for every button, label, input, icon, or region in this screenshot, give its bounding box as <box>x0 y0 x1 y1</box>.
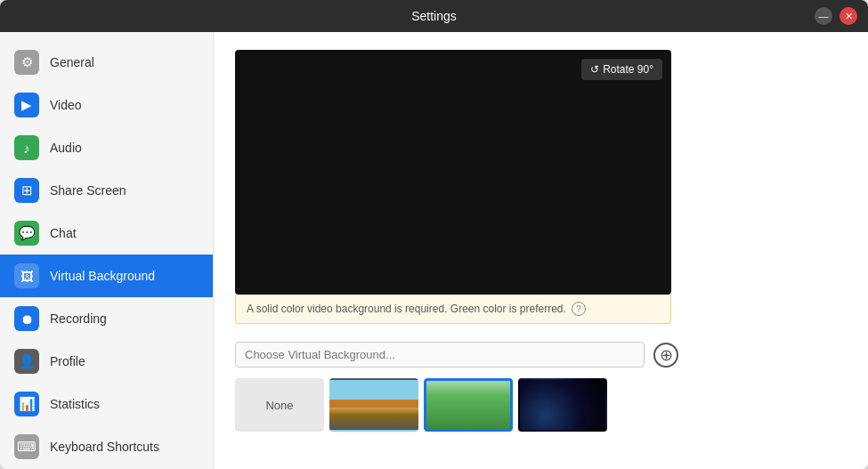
sidebar-item-keyboard-shortcuts[interactable]: ⌨Keyboard Shortcuts <box>0 425 213 468</box>
recording-label: Recording <box>50 311 107 326</box>
sidebar-item-recording[interactable]: ⏺Recording <box>0 297 213 340</box>
sidebar-item-profile[interactable]: 👤Profile <box>0 340 213 383</box>
video-label: Video <box>50 98 82 112</box>
sidebar-item-audio[interactable]: ♪Audio <box>0 126 213 169</box>
rotate-icon: ↺ <box>590 63 599 76</box>
profile-icon: 👤 <box>14 349 39 374</box>
warning-text: A solid color video background is requir… <box>247 303 566 315</box>
sidebar-item-share-screen[interactable]: ⊞Share Screen <box>0 169 213 212</box>
titlebar: Settings — ✕ <box>0 0 868 32</box>
audio-icon: ♪ <box>14 135 39 160</box>
video-preview: ↺ Rotate 90° <box>235 50 671 295</box>
bg-option-field[interactable] <box>424 378 513 432</box>
rotate-button[interactable]: ↺ Rotate 90° <box>581 59 662 80</box>
window-controls: — ✕ <box>815 7 857 25</box>
share-screen-label: Share Screen <box>50 183 126 198</box>
vbg-search-input[interactable] <box>235 342 645 368</box>
sidebar-item-video[interactable]: ▶Video <box>0 84 213 126</box>
chat-icon: 💬 <box>14 221 39 246</box>
vbg-search-row: ⊕ <box>235 342 847 368</box>
bg-none-label: None <box>265 399 293 412</box>
chat-label: Chat <box>50 226 77 240</box>
video-icon: ▶ <box>14 93 39 117</box>
general-label: General <box>50 55 94 69</box>
settings-window: Settings — ✕ ⚙General▶Video♪Audio⊞Share … <box>0 0 868 469</box>
virtual-background-icon: 🖼 <box>14 263 39 288</box>
sidebar: ⚙General▶Video♪Audio⊞Share Screen💬Chat🖼V… <box>0 32 214 469</box>
general-icon: ⚙ <box>14 50 39 75</box>
statistics-icon: 📊 <box>14 392 39 416</box>
background-thumbnails: None <box>235 378 847 432</box>
sidebar-item-virtual-background[interactable]: 🖼Virtual Background <box>0 255 213 297</box>
bg-option-none[interactable]: None <box>235 378 324 432</box>
window-title: Settings <box>411 9 457 23</box>
add-background-button[interactable]: ⊕ <box>653 343 678 368</box>
bg-option-bridge[interactable] <box>329 378 418 432</box>
share-screen-icon: ⊞ <box>14 178 39 203</box>
help-icon[interactable]: ? <box>572 302 586 316</box>
statistics-label: Statistics <box>50 397 100 411</box>
sidebar-item-statistics[interactable]: 📊Statistics <box>0 383 213 425</box>
bg-option-space[interactable] <box>518 378 607 432</box>
virtual-background-label: Virtual Background <box>50 269 155 283</box>
minimize-button[interactable]: — <box>815 7 832 25</box>
content-area: ⚙General▶Video♪Audio⊞Share Screen💬Chat🖼V… <box>0 32 868 469</box>
vbg-selector: ⊕ None <box>235 342 847 432</box>
sidebar-item-chat[interactable]: 💬Chat <box>0 212 213 255</box>
close-button[interactable]: ✕ <box>840 7 857 25</box>
profile-label: Profile <box>50 354 85 368</box>
recording-icon: ⏺ <box>14 306 39 331</box>
audio-label: Audio <box>50 141 82 155</box>
main-content: ↺ Rotate 90° A solid color video backgro… <box>214 32 868 469</box>
rotate-label: Rotate 90° <box>603 63 653 76</box>
keyboard-shortcuts-icon: ⌨ <box>14 434 39 459</box>
warning-bar: A solid color video background is requir… <box>235 295 671 324</box>
sidebar-item-general[interactable]: ⚙General <box>0 41 213 84</box>
keyboard-shortcuts-label: Keyboard Shortcuts <box>50 440 159 454</box>
